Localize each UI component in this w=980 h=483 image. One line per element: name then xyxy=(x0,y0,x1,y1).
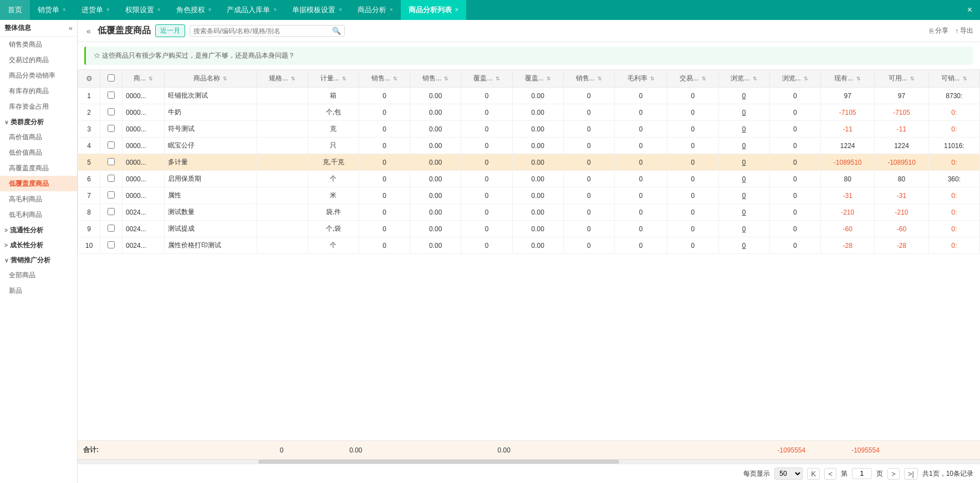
row-select-checkbox[interactable] xyxy=(108,208,115,215)
browse-link[interactable]: 0 xyxy=(742,225,746,233)
sidebar-item-high-margin[interactable]: 高毛利商品 xyxy=(0,191,77,207)
row-browse1[interactable]: 0 xyxy=(718,154,769,171)
column-code[interactable]: 商... ⇅ xyxy=(122,70,165,88)
sidebar-group-circulation[interactable]: > 流通性分析 xyxy=(0,222,77,237)
sidebar-item-low-coverage[interactable]: 低覆盖度商品 xyxy=(0,176,77,191)
sidebar-item-low-value[interactable]: 低价值商品 xyxy=(0,145,77,160)
sidebar-item-traded-goods[interactable]: 交易过的商品 xyxy=(0,52,77,68)
row-select-checkbox[interactable] xyxy=(108,158,115,165)
column-browse1[interactable]: 浏览... ⇅ xyxy=(718,70,769,88)
sidebar-group-category-analysis[interactable]: ∨ 类群度分析 xyxy=(0,114,77,129)
row-browse1[interactable]: 0 xyxy=(718,171,769,187)
column-sales3[interactable]: 销售... ⇅ xyxy=(563,70,614,88)
row-checkbox[interactable] xyxy=(100,171,122,187)
row-checkbox[interactable] xyxy=(100,204,122,221)
column-sales2[interactable]: 销售... ⇅ xyxy=(410,70,461,88)
page-number-input[interactable] xyxy=(852,468,872,479)
column-browse2[interactable]: 浏览... ⇅ xyxy=(769,70,820,88)
sidebar-item-stocked-goods[interactable]: 有库存的商品 xyxy=(0,83,77,99)
row-browse1[interactable]: 0 xyxy=(718,138,769,154)
close-icon[interactable]: × xyxy=(455,0,458,20)
collapse-button[interactable]: « xyxy=(84,26,93,37)
row-checkbox[interactable] xyxy=(100,138,122,154)
column-sellable[interactable]: 可销... ⇅ xyxy=(928,70,979,88)
row-checkbox[interactable] xyxy=(100,237,122,254)
row-select-checkbox[interactable] xyxy=(108,175,115,182)
browse-link[interactable]: 0 xyxy=(742,92,746,100)
close-icon[interactable]: × xyxy=(273,0,277,20)
row-browse1[interactable]: 0 xyxy=(718,187,769,204)
row-select-checkbox[interactable] xyxy=(108,91,115,99)
row-checkbox[interactable] xyxy=(100,104,122,121)
sidebar-item-category-sales-rate[interactable]: 商品分类动销率 xyxy=(0,68,77,83)
browse-link[interactable]: 0 xyxy=(742,109,746,116)
column-unit[interactable]: 计量... ⇅ xyxy=(308,70,359,88)
row-browse1[interactable]: 0 xyxy=(718,88,769,104)
export-button[interactable]: ↑ 导出 xyxy=(955,26,973,35)
row-select-checkbox[interactable] xyxy=(108,108,115,115)
per-page-select[interactable]: 50 20 100 200 xyxy=(774,467,803,480)
share-button[interactable]: ⎘ 分享 xyxy=(930,26,948,35)
browse-link[interactable]: 0 xyxy=(742,175,746,183)
sidebar-item-inventory-fund[interactable]: 库存资金占用 xyxy=(0,99,77,114)
row-select-checkbox[interactable] xyxy=(108,241,115,248)
sidebar-item-high-value[interactable]: 高价值商品 xyxy=(0,129,77,145)
nav-tab-product-analysis[interactable]: 商品分析 × xyxy=(350,0,401,20)
nav-tab-sales[interactable]: 销货单 × xyxy=(30,0,74,20)
column-coverage1[interactable]: 覆盖... ⇅ xyxy=(461,70,512,88)
sidebar-item-low-margin[interactable]: 低毛利商品 xyxy=(0,207,77,222)
column-name[interactable]: 商品名称 ⇅ xyxy=(164,70,257,88)
row-select-checkbox[interactable] xyxy=(108,125,115,132)
browse-link[interactable]: 0 xyxy=(742,125,746,133)
browse-link[interactable]: 0 xyxy=(742,192,746,200)
nav-tab-home[interactable]: 首页 xyxy=(0,0,30,20)
row-browse1[interactable]: 0 xyxy=(718,104,769,121)
column-spec[interactable]: 规格... ⇅ xyxy=(257,70,308,88)
row-checkbox[interactable] xyxy=(100,154,122,171)
row-browse1[interactable]: 0 xyxy=(718,204,769,221)
close-icon[interactable]: × xyxy=(63,0,66,20)
column-margin[interactable]: 毛利率 ⇅ xyxy=(615,70,667,88)
browse-link[interactable]: 0 xyxy=(742,142,746,150)
sidebar-group-growth[interactable]: > 成长性分析 xyxy=(0,237,77,252)
sidebar-item-new-goods[interactable]: 新品 xyxy=(0,283,77,298)
column-sales1[interactable]: 销售... ⇅ xyxy=(359,70,410,88)
row-checkbox[interactable] xyxy=(100,221,122,237)
search-input[interactable] xyxy=(193,27,330,35)
close-icon[interactable]: × xyxy=(208,0,212,20)
nav-tab-template[interactable]: 单据模板设置 × xyxy=(284,0,350,20)
close-icon[interactable]: × xyxy=(339,0,342,20)
column-current[interactable]: 现有... ⇅ xyxy=(820,70,874,88)
nav-tab-product-analysis-list[interactable]: 商品分析列表 × xyxy=(401,0,466,20)
nav-tab-permission[interactable]: 权限设置 × xyxy=(118,0,169,20)
column-gear[interactable]: ⚙ xyxy=(78,70,100,88)
next-page-button[interactable]: > xyxy=(887,468,900,480)
row-select-checkbox[interactable] xyxy=(108,225,115,232)
sidebar-group-marketing[interactable]: ∨ 营销推广分析 xyxy=(0,252,77,267)
sidebar-item-sales-goods[interactable]: 销售类商品 xyxy=(0,37,77,52)
row-browse1[interactable]: 0 xyxy=(718,121,769,138)
sidebar-item-high-coverage[interactable]: 高覆盖度商品 xyxy=(0,160,77,176)
close-icon[interactable]: × xyxy=(106,0,110,20)
select-all-checkbox[interactable] xyxy=(108,74,115,82)
row-browse1[interactable]: 0 xyxy=(718,237,769,254)
nav-tab-purchase[interactable]: 进货单 × xyxy=(74,0,118,20)
close-icon[interactable]: × xyxy=(390,0,393,20)
first-page-button[interactable]: K xyxy=(807,468,820,480)
column-trade[interactable]: 交易... ⇅ xyxy=(667,70,718,88)
browse-link[interactable]: 0 xyxy=(742,242,746,250)
column-checkbox[interactable] xyxy=(100,70,122,88)
row-select-checkbox[interactable] xyxy=(108,141,115,149)
search-icon[interactable]: 🔍 xyxy=(332,27,341,35)
column-available[interactable]: 可用... ⇅ xyxy=(875,70,928,88)
last-page-button[interactable]: >| xyxy=(904,468,918,480)
browse-link[interactable]: 0 xyxy=(742,159,746,166)
row-checkbox[interactable] xyxy=(100,88,122,104)
sidebar-collapse-button[interactable]: « xyxy=(69,24,73,32)
browse-link[interactable]: 0 xyxy=(742,209,746,216)
column-coverage2[interactable]: 覆盖... ⇅ xyxy=(512,70,563,88)
settings-icon[interactable]: ⚙ xyxy=(86,74,93,83)
row-checkbox[interactable] xyxy=(100,121,122,138)
close-all-button[interactable]: × xyxy=(959,0,980,20)
prev-page-button[interactable]: < xyxy=(824,468,836,480)
